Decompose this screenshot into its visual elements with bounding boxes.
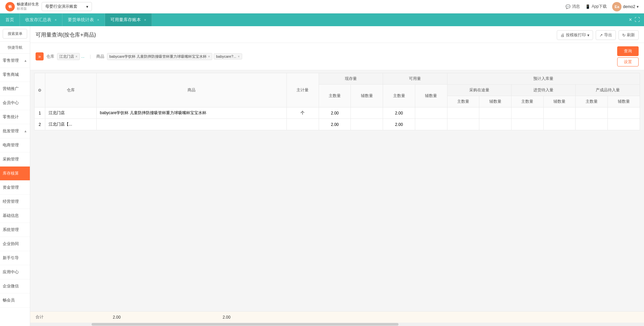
print-label: 按模板打印: [566, 32, 586, 38]
warehouse-filter-label: 仓库: [46, 54, 54, 59]
product-tag1-remove[interactable]: ×: [208, 55, 210, 58]
th-available-aux: 辅数量: [415, 85, 447, 107]
main-layout: 搜索菜单 快捷导航 零售管理 ▲ 零售商城 营销推广 会员中心 零售统计 批发管…: [0, 26, 644, 326]
row1-proi-aux: [608, 107, 640, 119]
footer-available-aux: [254, 315, 309, 320]
th-product: 商品: [96, 73, 286, 107]
sidebar-item-enterprise-wechat[interactable]: 企业微信: [0, 279, 30, 293]
query-btn[interactable]: 查询: [617, 46, 639, 56]
product-tag1[interactable]: babycare学饮杯 儿童防摔防撞吸管杯重力球吸嘴杯宝宝水杯 ×: [107, 53, 212, 60]
row1-product: babycare学饮杯 儿童防摔防撞吸管杯重力球吸嘴杯宝宝水杯: [96, 107, 286, 119]
row2-pi-main: [512, 119, 544, 130]
sidebar-item-system[interactable]: 系统管理: [0, 223, 30, 237]
th-product-inbound: 产成品待入量: [576, 85, 640, 96]
tab-available-close[interactable]: ×: [144, 18, 146, 22]
warehouse-more[interactable]: ...: [81, 54, 85, 59]
footer-pt-aux: [364, 315, 419, 320]
export-btn[interactable]: ↗ 导出: [596, 30, 616, 40]
warehouse-tag[interactable]: 江北门店 ×: [57, 53, 80, 60]
refresh-label: 刷新: [627, 32, 635, 38]
logo-sub: 标准版: [17, 6, 39, 11]
sidebar-item-member[interactable]: 畅会员: [0, 293, 30, 308]
user-dropdown-icon: ▾: [637, 4, 639, 9]
sidebar-item-inventory[interactable]: 库存核算: [0, 167, 30, 181]
tab-available-stock[interactable]: 可用量库存账本 ×: [105, 13, 152, 26]
sidebar-wholesale-arrow: ▲: [24, 129, 27, 133]
product-tag2-value: babycare?...: [216, 54, 236, 58]
th-settings[interactable]: ⚙: [35, 73, 45, 107]
th-purchase-transit: 采购在途量: [447, 85, 511, 96]
sidebar-quick-nav[interactable]: 快捷导航: [0, 42, 30, 54]
sidebar-retail-store-label: 零售商城: [3, 72, 19, 78]
print-btn[interactable]: 🖨 按模板打印 ▾: [557, 30, 593, 40]
export-label: 导出: [604, 32, 612, 38]
sidebar-item-operations[interactable]: 经营管理: [0, 195, 30, 209]
sidebar-item-app-center[interactable]: 应用中心: [0, 265, 30, 279]
sidebar-item-member-center[interactable]: 会员中心: [0, 96, 30, 110]
sidebar-item-retail-store[interactable]: 零售商城: [0, 68, 30, 82]
th-warehouse: 仓库: [45, 73, 97, 107]
product-tag2-remove[interactable]: ×: [238, 55, 240, 58]
user-area[interactable]: Ea demo2 ▾: [612, 2, 639, 11]
refresh-btn[interactable]: ↻ 刷新: [619, 30, 639, 40]
warehouse-tag-remove[interactable]: ×: [75, 55, 77, 58]
setting-btn[interactable]: 设置: [617, 57, 639, 66]
scroll-bar-thumb[interactable]: [92, 323, 398, 326]
sidebar-item-finance[interactable]: 资金管理: [0, 181, 30, 195]
tab-home[interactable]: 首页: [0, 13, 20, 26]
tab-income-close[interactable]: ×: [55, 18, 57, 22]
footer-proi-main: [529, 315, 584, 320]
th-available: 可用量: [383, 73, 447, 85]
expand-btn[interactable]: ⛶: [635, 17, 640, 23]
product-tag2[interactable]: babycare?... ×: [214, 53, 242, 59]
sidebar-enterprise-label: 企业协同: [3, 241, 19, 247]
tab-order-close[interactable]: ×: [97, 18, 99, 22]
row2-product: [96, 119, 286, 130]
scroll-bar-area[interactable]: [30, 323, 644, 326]
warehouse-tags: 江北门店 × ...: [57, 53, 85, 60]
dropdown-icon: ▾: [86, 4, 88, 9]
footer-available-main: 2.00: [199, 315, 254, 320]
close-all-btn[interactable]: ×: [629, 17, 632, 23]
settings-icon[interactable]: ⚙: [38, 88, 42, 93]
tab-order-stats[interactable]: 要货单统计表 ×: [62, 13, 105, 26]
sidebar-item-basic-info[interactable]: 基础信息: [0, 209, 30, 223]
sidebar-item-wholesale[interactable]: 批发管理 ▲: [0, 124, 30, 138]
sidebar-new-guide-label: 新手引导: [3, 255, 19, 261]
product-tags: babycare学饮杯 儿童防摔防撞吸管杯重力球吸嘴杯宝宝水杯 × babyca…: [107, 53, 614, 60]
th-purchase-inbound: 进货待入量: [512, 85, 576, 96]
sidebar-item-new-guide[interactable]: 新手引导: [0, 251, 30, 265]
product-tag1-value: babycare学饮杯 儿童防摔防撞吸管杯重力球吸嘴杯宝宝水杯: [109, 54, 207, 59]
footer-pt-main: [309, 315, 364, 320]
table-row: 2 江北门店【... 2.00 2.00: [35, 119, 640, 130]
filter-expand-btn[interactable]: »: [36, 52, 44, 60]
template-label: 母婴行业演示账套: [45, 4, 77, 9]
tab-income-summary[interactable]: 收发存汇总表 ×: [20, 13, 62, 26]
avatar: Ea: [612, 2, 622, 11]
top-bar-right: 💬 消息 📱 App下载 Ea demo2 ▾: [566, 2, 639, 11]
row2-current-main: 2.00: [319, 119, 351, 130]
table-row: 1 江北门店 babycare学饮杯 儿童防摔防撞吸管杯重力球吸嘴杯宝宝水杯 个…: [35, 107, 640, 119]
sidebar-item-retail-stats[interactable]: 零售统计: [0, 110, 30, 124]
row1-pt-main: [447, 107, 479, 119]
table-container[interactable]: ⚙ 仓库 商品 主计量 现存量 可用量 预计入库量 主数量 辅数量 主数量 辅数…: [30, 70, 644, 311]
template-selector[interactable]: 母婴行业演示账套 ▾: [42, 2, 92, 11]
sidebar-item-ecommerce[interactable]: 电商管理: [0, 138, 30, 152]
th-current-main: 主数量: [319, 85, 351, 107]
sidebar-item-purchase[interactable]: 采购管理: [0, 152, 30, 167]
sidebar-item-retail-mgmt[interactable]: 零售管理 ▲: [0, 54, 30, 68]
sidebar-ecommerce-label: 电商管理: [3, 142, 19, 148]
row1-pt-aux: [479, 107, 512, 119]
row1-proi-main: [576, 107, 608, 119]
th-pi-aux: 辅数量: [543, 96, 576, 107]
app-download-btn[interactable]: 📱 App下载: [585, 4, 607, 9]
footer-pi-main: [419, 315, 474, 320]
sidebar-search-btn[interactable]: 搜索菜单: [3, 29, 27, 39]
sidebar-item-enterprise[interactable]: 企业协同: [0, 237, 30, 251]
user-name: demo2: [623, 4, 635, 9]
top-bar: 畅 畅捷通好生意 标准版 母婴行业演示账套 ▾ 💬 消息 📱 App下载 Ea …: [0, 0, 644, 13]
row2-pi-aux: [543, 119, 576, 130]
sidebar-item-marketing[interactable]: 营销推广: [0, 82, 30, 96]
message-btn[interactable]: 💬 消息: [566, 4, 580, 9]
row1-index: 1: [35, 107, 45, 119]
